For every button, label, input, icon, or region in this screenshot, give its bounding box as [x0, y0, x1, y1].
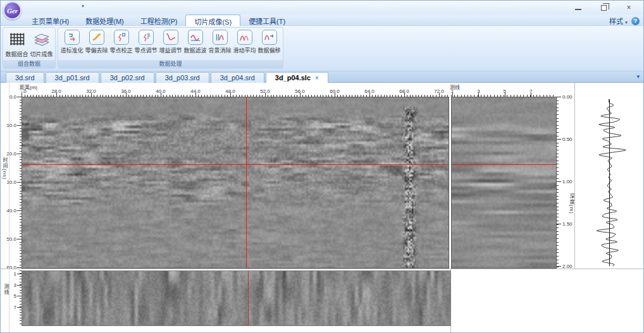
ribbon-button-moving-average[interactable]: 滑动平均: [232, 28, 257, 61]
tick-label: 50.0: [6, 236, 16, 242]
tick-label: 1.50: [562, 221, 573, 227]
drift-icon: [89, 30, 104, 45]
ribbon-button-trace-normalize[interactable]: 道标准化: [59, 28, 84, 61]
menu-tabs: 主页菜单(H)数据处理(M)工程检测(P)切片成像(S)便捷工具(T): [23, 15, 294, 26]
ribbon-button-background-removal[interactable]: 背景消除: [207, 28, 232, 61]
shift-icon: [262, 30, 277, 45]
help-icon[interactable]: ?: [631, 17, 640, 25]
tick-label: 3: [14, 282, 16, 288]
tick-label: 0.50: [562, 136, 573, 142]
slice-3d-icon: [32, 30, 51, 49]
menu-right-tools: 样式▾ ?: [609, 16, 640, 26]
average-icon: [237, 30, 252, 45]
section-canvas[interactable]: [451, 97, 557, 269]
ribbon-button-zero-point-adjust[interactable]: 零点调节: [133, 28, 158, 61]
ribbon-button-label: 滑动平均: [233, 46, 256, 54]
ribbon-button-label: 零点调节: [134, 46, 157, 54]
background-icon: [213, 30, 228, 45]
workspace: 距离(m) 24.028.032.036.040.044.048.052.056…: [1, 83, 643, 333]
tab-overflow-dropdown-icon[interactable]: ▾: [636, 73, 640, 80]
tab-close-icon[interactable]: ×: [315, 75, 319, 82]
trace-waveform-canvas[interactable]: [575, 97, 644, 268]
ribbon-button-data-filter[interactable]: 数据滤波: [183, 28, 207, 61]
document-tab-3d_p02-srd[interactable]: 3d_p02.srd: [101, 72, 154, 83]
ribbon-button-zero-point-correction[interactable]: 零点校正: [109, 28, 133, 61]
profile-bscan-canvas[interactable]: [22, 97, 449, 269]
ribbon-group-buttons: 数据组合切片成像: [3, 28, 55, 61]
style-button[interactable]: 样式▾: [609, 16, 628, 26]
ribbon-group-label-data-processing: 数据处理: [58, 60, 283, 68]
ribbon-button-label: 数据组合: [5, 50, 28, 58]
tick-label: 40.0: [6, 208, 16, 214]
gain-icon: [163, 30, 178, 45]
document-tab-3d_p04-srd[interactable]: 3d_p04.srd: [211, 72, 264, 83]
grid-icon: [8, 30, 27, 49]
document-tabs: 3d.srd3d_p01.srd3d_p02.srd3d_p03.srd3d_p…: [6, 72, 330, 83]
minimize-button[interactable]: [570, 2, 586, 13]
style-dropdown-icon: ▾: [625, 20, 628, 25]
tick-label: 0.00: [562, 94, 573, 100]
tick-label: 60.0: [6, 265, 16, 270]
menu-tab-project-detection[interactable]: 工程检测(P): [132, 15, 186, 26]
tick-label: 7: [14, 305, 16, 310]
document-tab-3d-srd[interactable]: 3d.srd: [6, 72, 44, 83]
document-tab-bar: 3d.srd3d_p01.srd3d_p02.srd3d_p03.srd3d_p…: [1, 71, 643, 83]
quick-access-dropdown-icon[interactable]: ▾: [82, 3, 84, 9]
restore-button[interactable]: [595, 2, 612, 13]
minimize-icon: [575, 9, 581, 10]
ribbon-button-data-shift[interactable]: 数据偏移: [257, 28, 282, 61]
tick-label: 10.0: [6, 123, 16, 128]
app-logo-button[interactable]: Ger: [3, 1, 22, 20]
slice-canvas[interactable]: [22, 270, 451, 326]
normalize-icon: [65, 30, 80, 45]
document-tab-3d_p01-srd[interactable]: 3d_p01.srd: [46, 72, 99, 83]
document-tab-3d_p03-srd[interactable]: 3d_p03.srd: [156, 72, 209, 83]
horizontal-divider: [1, 269, 644, 269]
ribbon-button-label: 零偏去除: [85, 46, 108, 54]
menu-tab-data-processing[interactable]: 数据处理(M): [77, 15, 132, 26]
ribbon-group-label-combine-data: 组合数据: [3, 60, 55, 68]
menu-tab-slice-imaging[interactable]: 切片成像(S): [185, 15, 240, 26]
profile-y-axis-title: 时间(ns): [1, 157, 8, 180]
menu-bar: 主页菜单(H)数据处理(M)工程检测(P)切片成像(S)便捷工具(T) 样式▾ …: [1, 15, 643, 26]
tick-label: 1.00: [562, 179, 573, 185]
tick-label: 30.0: [6, 179, 16, 185]
restore-icon: [601, 5, 607, 11]
ribbon-button-data-combine[interactable]: 数据组合: [4, 28, 29, 61]
ribbon-toolbar: 数据组合切片成像组合数据道标准化零偏去除零点校正零点调节增益调节数据滤波背景消除…: [1, 26, 643, 71]
ribbon-button-slice-imaging[interactable]: 切片成像: [29, 28, 54, 61]
zero-adjust-icon: [139, 30, 154, 45]
application-window: Ger ▾ × 主页菜单(H)数据处理(M)工程检测(P)切片成像(S)便捷工具…: [0, 0, 644, 333]
ribbon-button-label: 切片成像: [30, 50, 53, 58]
filter-icon: [188, 30, 203, 45]
close-button[interactable]: ×: [621, 2, 637, 13]
slice-y-axis-ticks: [17, 270, 22, 325]
ribbon-button-label: 增益调节: [159, 46, 182, 54]
document-tab-3d_p04-slc[interactable]: 3d_p04.slc×: [266, 72, 328, 83]
window-controls: ×: [570, 2, 637, 13]
zero-correct-icon: [114, 30, 129, 45]
section-y-axis-ticks: [557, 97, 561, 268]
ribbon-button-label: 数据滤波: [183, 46, 206, 54]
ribbon-button-zero-drift-removal[interactable]: 零偏去除: [84, 28, 109, 61]
ribbon-button-label: 零点校正: [109, 46, 132, 54]
ribbon-button-label: 道标准化: [60, 46, 83, 54]
tick-label: 20.0: [6, 151, 16, 157]
ribbon-group-combine-data: 数据组合切片成像组合数据: [3, 27, 56, 69]
app-logo-text: Ger: [7, 7, 18, 15]
menu-tab-quick-tools[interactable]: 便捷工具(T): [240, 15, 294, 26]
tick-label: 0.0: [9, 94, 16, 100]
close-icon: ×: [626, 3, 631, 12]
ribbon-button-label: 数据偏移: [257, 46, 280, 54]
ribbon-group-buttons: 道标准化零偏去除零点校正零点调节增益调节数据滤波背景消除滑动平均数据偏移: [58, 28, 283, 61]
tick-label: 1: [14, 271, 16, 277]
ribbon-group-data-processing: 道标准化零偏去除零点校正零点调节增益调节数据滤波背景消除滑动平均数据偏移数据处理: [58, 27, 283, 69]
profile-y-axis-ticks: [17, 97, 22, 268]
ribbon-button-label: 背景消除: [208, 46, 231, 54]
ribbon-button-gain-adjust[interactable]: 增益调节: [158, 28, 183, 61]
slice-y-axis-title: 测线: [3, 284, 9, 295]
menu-tab-home-menu[interactable]: 主页菜单(H): [23, 15, 77, 26]
tick-label: 5: [14, 293, 16, 299]
style-button-label: 样式: [609, 18, 623, 25]
title-bar: Ger ▾ ×: [1, 1, 643, 15]
